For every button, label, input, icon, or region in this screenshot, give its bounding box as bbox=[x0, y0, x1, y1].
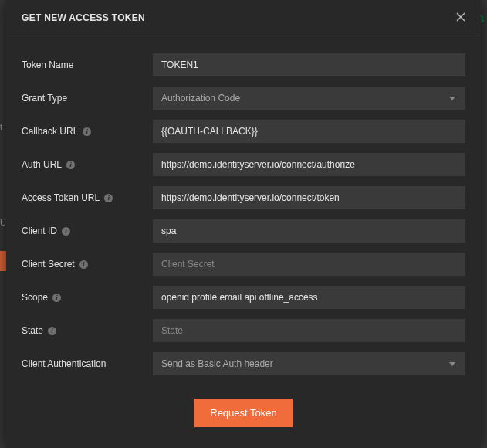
label-text-client-auth: Client Authentication bbox=[22, 358, 106, 369]
auth-url-input[interactable] bbox=[153, 153, 465, 176]
state-input[interactable] bbox=[153, 319, 465, 342]
label-text-access-token-url: Access Token URL bbox=[22, 192, 100, 203]
label-client-id: Client ID i bbox=[22, 226, 153, 236]
client-secret-input[interactable] bbox=[153, 253, 465, 276]
client-auth-select[interactable]: Send as Basic Auth header bbox=[153, 352, 465, 375]
token-name-input[interactable] bbox=[153, 53, 465, 76]
info-icon[interactable]: i bbox=[52, 294, 61, 302]
close-icon bbox=[455, 11, 467, 23]
modal-title: GET NEW ACCESS TOKEN bbox=[22, 12, 145, 23]
client-id-input[interactable] bbox=[153, 219, 465, 243]
request-token-button[interactable]: Request Token bbox=[194, 399, 293, 427]
label-token-name: Token Name bbox=[22, 59, 153, 70]
info-icon[interactable]: i bbox=[62, 227, 70, 236]
label-grant-type: Grant Type bbox=[22, 93, 153, 104]
label-state: State i bbox=[22, 325, 153, 336]
label-text-client-secret: Client Secret bbox=[22, 259, 75, 270]
action-row: Request Token bbox=[22, 399, 465, 427]
bg-left-letter-1: t bbox=[0, 122, 5, 131]
info-icon[interactable]: i bbox=[48, 327, 56, 335]
modal-header: GET NEW ACCESS TOKEN bbox=[6, 0, 481, 36]
info-icon[interactable]: i bbox=[66, 161, 75, 169]
row-auth-url: Auth URL i bbox=[22, 153, 465, 176]
label-client-auth: Client Authentication bbox=[22, 358, 153, 369]
label-text-token-name: Token Name bbox=[22, 59, 73, 70]
access-token-url-input[interactable] bbox=[153, 186, 465, 209]
label-text-auth-url: Auth URL bbox=[22, 159, 62, 170]
row-access-token-url: Access Token URL i bbox=[22, 186, 465, 209]
label-text-scope: Scope bbox=[22, 292, 48, 303]
label-access-token-url: Access Token URL i bbox=[22, 192, 153, 203]
row-grant-type: Grant Type Authorization Code bbox=[22, 87, 465, 110]
row-client-auth: Client Authentication Send as Basic Auth… bbox=[22, 352, 465, 375]
row-client-id: Client ID i bbox=[22, 219, 465, 243]
info-icon[interactable]: i bbox=[104, 194, 113, 202]
close-button[interactable] bbox=[455, 11, 468, 25]
row-token-name: Token Name bbox=[22, 53, 465, 76]
grant-type-select[interactable]: Authorization Code bbox=[153, 87, 465, 110]
label-client-secret: Client Secret i bbox=[22, 259, 153, 270]
scope-input[interactable] bbox=[153, 286, 465, 309]
modal-body: Token Name Grant Type Authorization Code… bbox=[6, 36, 481, 448]
label-text-client-id: Client ID bbox=[22, 226, 57, 236]
chevron-down-icon bbox=[449, 97, 455, 100]
label-text-callback-url: Callback URL bbox=[22, 126, 78, 137]
grant-type-selected: Authorization Code bbox=[161, 93, 240, 104]
label-text-state: State bbox=[22, 325, 43, 336]
label-text-grant-type: Grant Type bbox=[22, 93, 67, 104]
chevron-down-icon bbox=[449, 362, 455, 366]
row-state: State i bbox=[22, 319, 465, 342]
info-icon[interactable]: i bbox=[83, 127, 91, 136]
client-auth-selected: Send as Basic Auth header bbox=[161, 358, 273, 369]
callback-url-input[interactable] bbox=[153, 120, 465, 143]
label-callback-url: Callback URL i bbox=[22, 126, 153, 137]
info-icon[interactable]: i bbox=[79, 260, 88, 269]
row-scope: Scope i bbox=[22, 286, 465, 309]
row-client-secret: Client Secret i bbox=[22, 253, 465, 276]
row-callback-url: Callback URL i bbox=[22, 120, 465, 143]
access-token-modal: GET NEW ACCESS TOKEN Token Name Grant Ty… bbox=[6, 0, 481, 448]
label-auth-url: Auth URL i bbox=[22, 159, 153, 170]
label-scope: Scope i bbox=[22, 292, 153, 303]
